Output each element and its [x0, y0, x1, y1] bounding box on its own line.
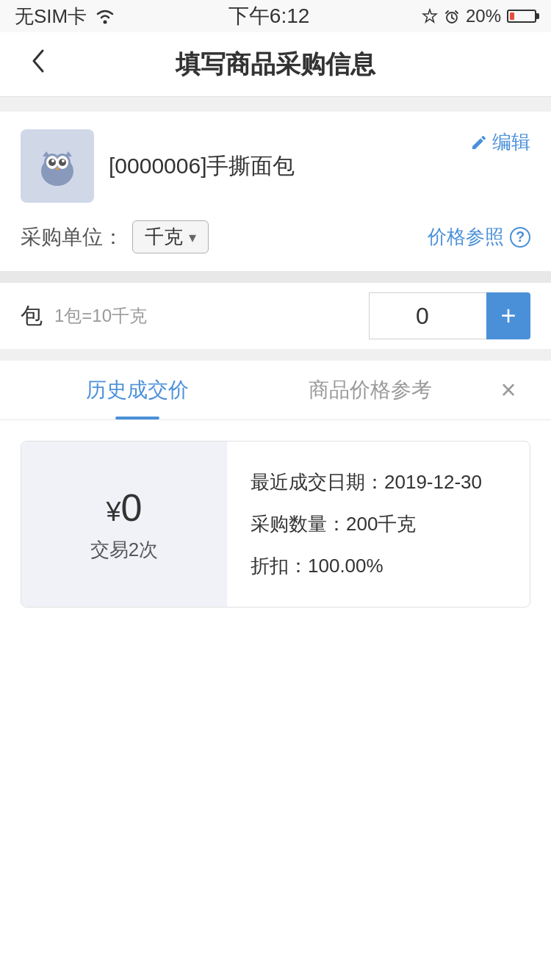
- tab-history-price[interactable]: 历史成交价: [21, 361, 253, 419]
- qty-label: 采购数量：: [251, 513, 346, 535]
- battery-percent: 20%: [466, 6, 501, 26]
- chevron-down-icon: ▾: [189, 228, 196, 246]
- discount-label: 折扣：: [251, 555, 308, 577]
- edit-button[interactable]: 编辑: [470, 129, 530, 155]
- discount-value: 100.00%: [308, 555, 383, 577]
- nav-bar: 填写商品采购信息: [0, 32, 551, 97]
- status-bar: 无SIM卡 下午6:12 20%: [0, 0, 551, 32]
- transaction-price: ¥0: [107, 486, 143, 530]
- qty-unit-label: 包: [21, 301, 43, 331]
- transaction-details: 最近成交日期：2019-12-30 采购数量：200千克 折扣：100.00%: [227, 442, 530, 607]
- tab2-label: 商品价格参考: [309, 376, 432, 404]
- owl-logo: [32, 140, 83, 192]
- svg-point-11: [51, 159, 54, 162]
- qty-value: 200千克: [346, 513, 416, 535]
- help-icon: ?: [510, 227, 530, 248]
- quantity-left: 包 1包=10千克: [21, 301, 147, 331]
- location-icon: [422, 8, 438, 24]
- quantity-plus-button[interactable]: +: [486, 292, 530, 339]
- tab-panel: 历史成交价 商品价格参考 × ¥0 交易2次 最近成交日期：2019-12-30…: [0, 361, 551, 628]
- product-name: [0000006]手撕面包: [109, 151, 295, 181]
- tab-close-button[interactable]: ×: [486, 361, 530, 419]
- currency-symbol: ¥: [107, 497, 121, 527]
- transaction-count: 交易2次: [90, 537, 158, 563]
- transaction-qty-row: 采购数量：200千克: [251, 510, 506, 538]
- wifi-icon: [94, 8, 116, 24]
- svg-point-12: [62, 159, 65, 162]
- svg-line-3: [452, 18, 454, 19]
- bottom-space: [0, 628, 551, 980]
- product-card: [0000006]手撕面包 编辑 采购单位： 千克 ▾ 价格参照 ?: [0, 112, 551, 271]
- price-ref-button[interactable]: 价格参照 ?: [428, 224, 530, 250]
- product-info: [0000006]手撕面包: [21, 129, 295, 203]
- date-label: 最近成交日期：: [251, 471, 384, 493]
- tab-header: 历史成交价 商品价格参考 ×: [0, 361, 551, 420]
- tab-content: ¥0 交易2次 最近成交日期：2019-12-30 采购数量：200千克 折扣：…: [0, 420, 551, 628]
- plus-icon: +: [500, 300, 516, 331]
- tab-price-reference[interactable]: 商品价格参考: [253, 361, 486, 419]
- no-sim-label: 无SIM卡: [15, 4, 87, 29]
- svg-point-0: [104, 21, 107, 24]
- price-value: 0: [121, 486, 143, 529]
- close-icon: ×: [500, 375, 516, 406]
- transaction-summary: ¥0 交易2次: [21, 442, 227, 607]
- unit-select-dropdown[interactable]: 千克 ▾: [132, 220, 209, 253]
- quantity-row: 包 1包=10千克 +: [0, 283, 551, 349]
- transaction-discount-row: 折扣：100.00%: [251, 552, 506, 580]
- status-time: 下午6:12: [228, 2, 310, 30]
- alarm-icon: [444, 8, 460, 24]
- back-button[interactable]: [21, 37, 56, 91]
- qty-conversion: 1包=10千克: [54, 304, 147, 328]
- price-ref-label: 价格参照: [428, 224, 504, 250]
- transaction-date-row: 最近成交日期：2019-12-30: [251, 468, 506, 497]
- status-carrier: 无SIM卡: [15, 4, 116, 29]
- product-thumbnail: [21, 129, 94, 203]
- section-divider: [0, 271, 551, 283]
- page-title: 填写商品采购信息: [176, 48, 375, 82]
- quantity-input-group: +: [369, 292, 530, 339]
- status-right: 20%: [422, 6, 536, 26]
- tab1-label: 历史成交价: [86, 376, 189, 404]
- edit-label: 编辑: [492, 129, 530, 155]
- edit-icon: [470, 134, 488, 151]
- quantity-input[interactable]: [369, 292, 486, 339]
- transaction-card: ¥0 交易2次 最近成交日期：2019-12-30 采购数量：200千克 折扣：…: [21, 441, 530, 608]
- date-value: 2019-12-30: [384, 471, 482, 493]
- product-unit-row: 采购单位： 千克 ▾ 价格参照 ?: [21, 220, 530, 253]
- unit-value: 千克: [145, 224, 183, 250]
- unit-label: 采购单位：: [21, 223, 123, 251]
- battery-indicator: [507, 10, 536, 23]
